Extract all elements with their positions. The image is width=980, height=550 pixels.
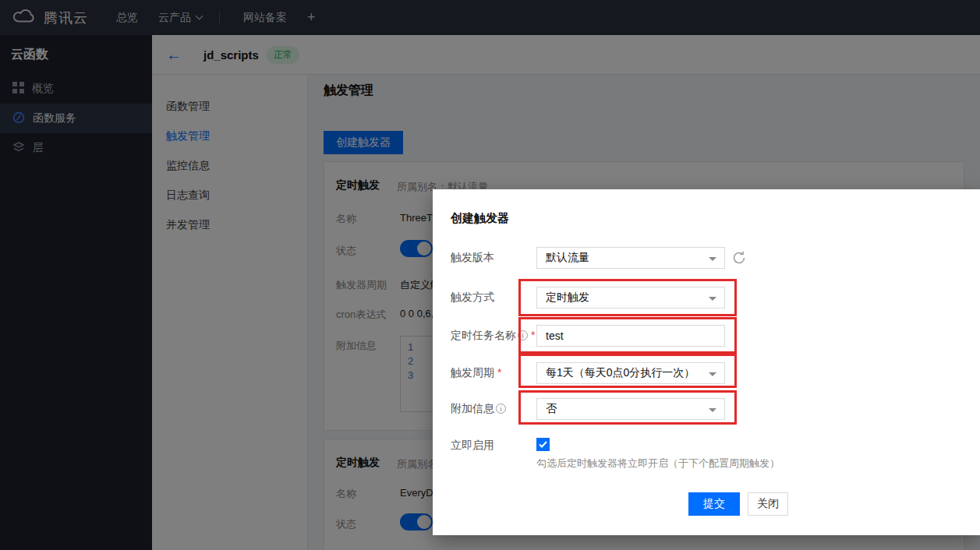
- create-trigger-modal: 创建触发器 触发版本 默认流量 触发方式 定时触发 定时任务名称i* 触发周期*…: [433, 189, 980, 535]
- info-icon: i: [496, 404, 506, 414]
- select-caret-icon: [709, 257, 716, 261]
- enable-now-label: 立即启用: [451, 439, 494, 453]
- cycle-label: 触发周期*: [451, 366, 501, 380]
- trigger-type-label: 触发方式: [451, 291, 494, 305]
- submit-button[interactable]: 提交: [688, 492, 740, 516]
- trigger-cycle-select[interactable]: 每1天（每天0点0分执行一次）: [536, 362, 725, 384]
- enable-now-checkbox[interactable]: [536, 438, 550, 451]
- refresh-icon[interactable]: [731, 250, 747, 266]
- select-caret-icon: [709, 297, 716, 301]
- task-name-label: 定时任务名称i*: [451, 329, 535, 343]
- close-button[interactable]: 关闭: [748, 492, 788, 516]
- page: 腾讯云 总览 云产品 网站备案 + 云函数 概览: [0, 0, 980, 550]
- select-caret-icon: [709, 372, 716, 376]
- task-name-input[interactable]: [536, 325, 725, 347]
- modal-title: 创建触发器: [451, 211, 509, 226]
- trigger-version-select[interactable]: 默认流量: [536, 247, 725, 269]
- required-mark: *: [531, 329, 535, 341]
- select-caret-icon: [709, 408, 716, 412]
- enable-now-hint: 勾选后定时触发器将立即开启（于下个配置周期触发）: [536, 457, 780, 471]
- trigger-type-select[interactable]: 定时触发: [536, 287, 725, 308]
- version-label: 触发版本: [451, 251, 494, 265]
- attach-info-select[interactable]: 否: [536, 398, 725, 420]
- info-icon: i: [518, 330, 528, 340]
- required-mark: *: [497, 366, 501, 379]
- attach-info-label: 附加信息i: [451, 402, 506, 416]
